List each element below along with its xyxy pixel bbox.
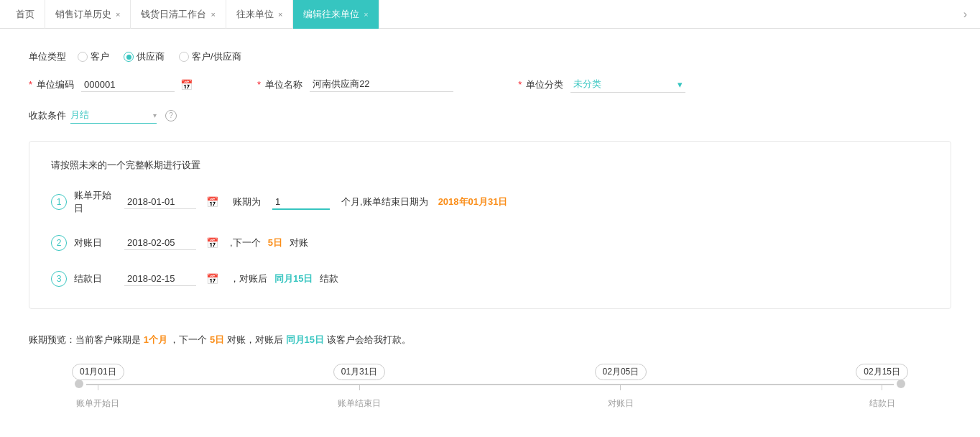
tab-cash-workbench-label: 钱货日清工作台 (141, 8, 206, 21)
period-input[interactable] (272, 195, 330, 210)
row-label-2: 对账日 (74, 236, 117, 249)
timeline-point-3: 02月05日 对账日 (595, 364, 647, 410)
reconcile-prefix: ,下一个 (230, 236, 261, 249)
tab-edit-unit-label: 编辑往来单位 (303, 8, 359, 21)
tab-bar: 首页 销售订单历史 × 钱货日清工作台 × 往来单位 × 编辑往来单位 × › (0, 0, 980, 29)
unit-code-required: * (29, 79, 32, 90)
tab-sales-history-close[interactable]: × (116, 10, 120, 19)
radio-customer-label: 客户 (91, 50, 109, 63)
tab-cash-workbench-close[interactable]: × (211, 10, 215, 19)
tab-edit-unit-close[interactable]: × (364, 10, 368, 19)
unit-code-group: * 单位编码 📅 (29, 78, 193, 92)
unit-type-row: 单位类型 客户 供应商 客户/供应商 (29, 50, 951, 63)
period-label: 账期为 (233, 196, 261, 208)
unit-name-label: 单位名称 (265, 78, 302, 91)
unit-class-group: * 单位分类 未分类 ▾ (518, 76, 685, 93)
timeline-label-3: 对账日 (608, 397, 634, 410)
preview-suffix: 该客户会给我打款。 (327, 334, 411, 345)
timeline-label-2: 账单结束日 (338, 397, 381, 410)
tab-units[interactable]: 往来单位 × (226, 0, 293, 29)
preview-section: 账期预览：当前客户账期是 1个月 ，下一个 5日 对账，对账后 同月15日 该客… (29, 323, 951, 364)
settings-row-1: 1 账单开始日 📅 账期为 个月,账单结束日期为 2018年01月31日 (51, 189, 929, 215)
payment-prefix: ，对账后 (230, 272, 267, 285)
tab-sales-history[interactable]: 销售订单历史 × (45, 0, 131, 29)
reconcile-suffix: 对账 (290, 236, 308, 249)
section-title: 请按照未来的一个完整帐期进行设置 (51, 159, 929, 172)
unit-class-value: 未分类 (573, 78, 601, 91)
tab-units-close[interactable]: × (278, 10, 282, 19)
unit-class-required: * (518, 79, 522, 90)
payment-date-input[interactable] (124, 272, 196, 286)
reconcile-highlight: 5日 (268, 236, 282, 249)
tab-edit-unit[interactable]: 编辑往来单位 × (293, 0, 379, 29)
preview-part3: 同月15日 (286, 334, 324, 345)
unit-name-input[interactable] (310, 78, 453, 92)
preview-prefix: 账期预览：当前客户账期是 (29, 334, 141, 345)
timeline-badge-3: 02月05日 (595, 364, 647, 380)
payment-row: 收款条件 月结 ▾ ? (29, 107, 951, 124)
timeline-point-1: 01月01日 账单开始日 (72, 364, 124, 410)
radio-supplier-circle (124, 52, 134, 62)
timeline-label-1: 账单开始日 (76, 397, 119, 410)
payment-select[interactable]: 月结 ▾ (70, 107, 157, 124)
settings-row-2: 2 对账日 📅 ,下一个 5日 对账 (51, 235, 929, 251)
unit-class-label: 单位分类 (526, 78, 563, 91)
tab-cash-workbench[interactable]: 钱货日清工作台 × (131, 0, 226, 29)
unit-class-chevron-icon: ▾ (678, 79, 683, 90)
timeline-badge-1: 01月01日 (72, 364, 124, 380)
radio-customer[interactable]: 客户 (78, 50, 109, 63)
unit-class-select[interactable]: 未分类 ▾ (570, 76, 685, 93)
unit-type-label: 单位类型 (29, 50, 66, 63)
row-num-1: 1 (51, 194, 67, 210)
timeline-badge-2: 01月31日 (333, 364, 386, 380)
row-label-3: 结款日 (74, 272, 117, 285)
period-suffix: 个月,账单结束日期为 (341, 196, 428, 208)
settings-section: 请按照未来的一个完整帐期进行设置 1 账单开始日 📅 账期为 个月,账单结束日期… (29, 141, 951, 309)
reconcile-calendar-icon[interactable]: 📅 (206, 237, 218, 249)
row-num-2: 2 (51, 235, 67, 251)
timeline-tick-3 (620, 385, 621, 390)
settings-row-3: 3 结款日 📅 ，对账后 同月15日 结款 (51, 271, 929, 287)
radio-customer-circle (78, 52, 88, 62)
timeline-points: 01月01日 账单开始日 01月31日 账单结束日 02月05日 对账日 02月… (72, 364, 908, 410)
payment-label: 收款条件 (29, 109, 66, 122)
timeline-point-2: 01月31日 账单结束日 (333, 364, 386, 410)
payment-highlight: 同月15日 (274, 272, 313, 285)
start-date-calendar-icon[interactable]: 📅 (206, 196, 218, 208)
radio-customer-supplier-label: 客户/供应商 (192, 50, 241, 63)
timeline-label-4: 结款日 (869, 397, 895, 410)
radio-group-unit-type: 客户 供应商 客户/供应商 (78, 50, 241, 63)
preview-mid1: ，下一个 (170, 334, 207, 345)
timeline-container: 01月01日 账单开始日 01月31日 账单结束日 02月05日 对账日 02月… (29, 364, 951, 437)
unit-code-label: 单位编码 (37, 78, 74, 91)
timeline-tick-4 (882, 385, 882, 390)
unit-info-row: * 单位编码 📅 * 单位名称 * 单位分类 未分类 ▾ (29, 76, 951, 93)
timeline-tick-2 (359, 385, 360, 390)
timeline-badge-4: 02月15日 (856, 364, 908, 380)
period-end-date: 2018年01月31日 (438, 196, 508, 208)
tab-more-button[interactable]: › (956, 8, 974, 21)
start-date-input[interactable] (124, 195, 196, 209)
timeline-point-4: 02月15日 结款日 (856, 364, 908, 410)
unit-code-input[interactable] (81, 78, 175, 92)
preview-mid2: 对账，对账后 (227, 334, 283, 345)
tab-home-label: 首页 (16, 8, 34, 21)
unit-name-required: * (257, 79, 261, 90)
preview-part1: 1个月 (144, 334, 167, 345)
tab-sales-history-label: 销售订单历史 (55, 8, 111, 21)
payment-help-icon[interactable]: ? (165, 110, 177, 121)
row-label-1: 账单开始日 (74, 189, 117, 215)
radio-customer-supplier-circle (179, 52, 189, 62)
payment-suffix: 结款 (320, 272, 338, 285)
radio-supplier[interactable]: 供应商 (124, 50, 165, 63)
unit-code-calendar-icon[interactable]: 📅 (180, 79, 193, 91)
preview-part2: 5日 (210, 334, 224, 345)
payment-value: 月结 (70, 109, 89, 121)
payment-date-calendar-icon[interactable]: 📅 (206, 273, 218, 285)
radio-supplier-label: 供应商 (137, 50, 165, 63)
payment-chevron-icon: ▾ (153, 111, 157, 119)
reconcile-date-input[interactable] (124, 236, 196, 250)
tab-home[interactable]: 首页 (6, 0, 45, 29)
main-content: 单位类型 客户 供应商 客户/供应商 * 单位编码 📅 * 单位名称 (0, 29, 980, 437)
radio-customer-supplier[interactable]: 客户/供应商 (179, 50, 241, 63)
